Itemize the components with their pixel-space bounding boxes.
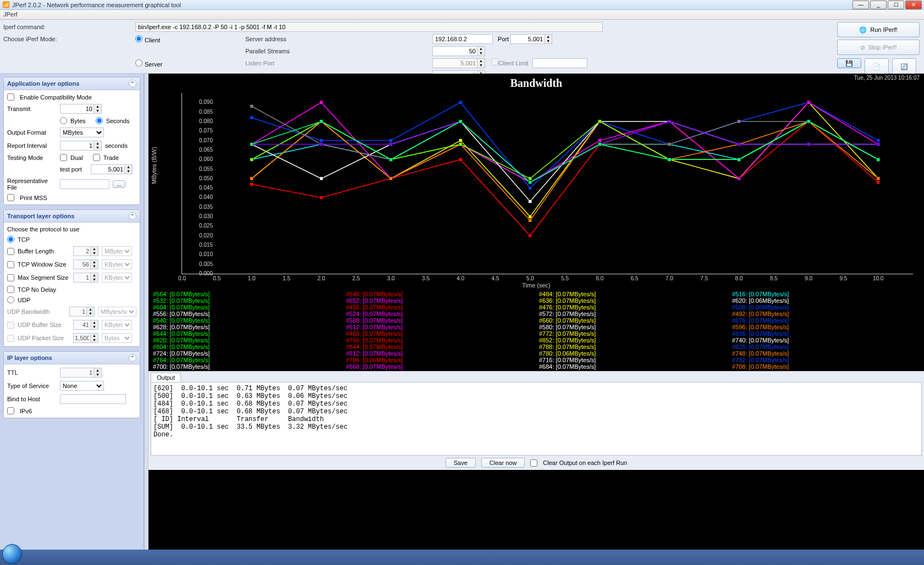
svg-rect-41 (320, 101, 323, 104)
udp-packet-field (74, 334, 90, 342)
minimize-button[interactable]: ― (853, 1, 869, 9)
clear-output-button[interactable]: Clear now (481, 458, 525, 468)
refresh-button[interactable]: 🔄 (892, 58, 916, 75)
maximize-button[interactable]: ☐ (888, 1, 904, 9)
compat-mode-label: Enable Compatibility Mode (20, 94, 92, 101)
x-tick: 9.0 (805, 275, 812, 281)
config-form: Iperf command: Choose iPerf Mode: Client… (0, 20, 924, 74)
taskbar (0, 550, 924, 565)
output-textarea[interactable]: [620] 0.0-10.1 sec 0.71 MBytes 0.07 MByt… (151, 382, 922, 456)
legend-item: #492: [0.07MBytes/s] (732, 311, 920, 317)
menu-jperf[interactable]: JPerf (3, 11, 18, 18)
run-iperf-button[interactable]: 🌐Run IPerf! (837, 22, 920, 37)
svg-rect-34 (529, 215, 532, 218)
choose-protocol-label: Choose the protocol to use (7, 226, 136, 232)
clear-on-run-check[interactable] (530, 459, 537, 467)
tos-select[interactable]: None (60, 381, 104, 391)
legend-item: #724: [0.07MBytes/s] (153, 350, 340, 357)
legend-item: #684: [0.07MBytes/s] (539, 363, 727, 370)
port-spinner[interactable]: ▲▼ (510, 34, 552, 44)
save-config-button[interactable]: 💾 (837, 58, 861, 68)
server-address-field[interactable] (432, 34, 493, 44)
transmit-field[interactable] (61, 104, 94, 113)
transmit-seconds-radio[interactable] (96, 117, 103, 124)
splitter-handle[interactable] (144, 74, 148, 550)
minimize2-button[interactable]: _ (870, 1, 887, 9)
trade-check[interactable] (93, 154, 100, 161)
folder-icon: 📄 (873, 63, 881, 70)
mode-server-radio[interactable] (135, 59, 142, 67)
collapse-icon[interactable]: ⌃ (129, 354, 136, 362)
ipv6-check[interactable] (7, 407, 14, 414)
legend-item: #740: [0.07MBytes/s] (732, 337, 920, 344)
max-segment-check[interactable] (7, 274, 14, 281)
compat-mode-check[interactable] (7, 93, 14, 101)
mode-server-label: Server (145, 61, 162, 68)
dual-check[interactable] (60, 154, 67, 161)
listen-port-label: Listen Port (245, 60, 306, 67)
y-tick: 0.020 (192, 232, 213, 239)
transmit-bytes-radio[interactable] (60, 117, 67, 124)
svg-rect-102 (389, 143, 393, 146)
testing-mode-label: Testing Mode (7, 154, 57, 161)
mode-client-radio[interactable] (135, 35, 142, 42)
tcp-nodelay-check[interactable] (7, 286, 14, 293)
svg-rect-90 (250, 158, 254, 161)
options-sidebar: Application layer options⌃ Enable Compat… (0, 74, 144, 550)
rep-file-browse-button[interactable]: ... (113, 180, 125, 188)
collapse-icon[interactable]: ⌃ (129, 212, 136, 220)
output-format-select[interactable]: MBytes (60, 128, 104, 137)
svg-rect-119 (877, 158, 880, 161)
udp-radio[interactable] (7, 296, 14, 303)
client-limit-field (532, 58, 587, 68)
test-port-field[interactable] (91, 165, 124, 174)
x-tick: 8.5 (770, 275, 778, 281)
tcp-radio[interactable] (7, 236, 14, 243)
client-limit-label: Client Limit (498, 60, 528, 67)
parallel-streams-spinner[interactable]: ▲▼ (432, 46, 485, 56)
y-tick: 0.090 (192, 99, 213, 105)
svg-rect-64 (529, 219, 532, 222)
legend-item: #804: [0.07MBytes/s] (153, 344, 340, 350)
close-button[interactable]: ✕ (905, 1, 922, 9)
print-mss-check[interactable] (7, 194, 14, 201)
chart-plot: 0.0000.0050.0100.0150.0200.0250.0300.035… (182, 93, 913, 274)
svg-rect-108 (807, 143, 810, 146)
buffer-length-check[interactable] (7, 248, 14, 255)
legend-item: #628: [0.07MBytes/s] (153, 324, 340, 330)
start-button[interactable] (2, 544, 22, 564)
legend-item: #532: [0.07MBytes/s] (153, 297, 340, 304)
bind-host-field[interactable] (60, 394, 126, 404)
svg-rect-106 (668, 120, 671, 123)
rep-file-field[interactable] (60, 179, 109, 189)
x-tick: 3.0 (387, 275, 395, 281)
legend-item: #652: [0.07MBytes/s] (346, 297, 534, 304)
open-config-button[interactable]: 📄 (865, 58, 889, 75)
x-tick: 10.0 (873, 275, 883, 281)
legend-item: #844: [0.07MBytes/s] (346, 344, 534, 350)
listen-port-spinner: ▲▼ (432, 58, 485, 68)
legend-item: #852: [0.07MBytes/s] (539, 337, 727, 344)
output-tab[interactable]: Output (151, 373, 181, 382)
tcp-window-check[interactable] (7, 261, 14, 268)
mode-label: Choose iPerf Mode: (3, 36, 135, 42)
legend-item: #612: [0.07MBytes/s] (346, 324, 534, 330)
output-format-label: Output Format (7, 129, 57, 136)
save-output-button[interactable]: Save (446, 458, 476, 468)
collapse-icon[interactable]: ⌃ (129, 80, 136, 87)
chart-ylabel: MBytes (B/W) (151, 147, 157, 184)
x-tick: 0.0 (178, 275, 186, 281)
svg-rect-71 (320, 177, 323, 180)
x-tick: 9.5 (839, 275, 847, 281)
svg-rect-114 (529, 181, 532, 184)
report-interval-field[interactable] (61, 141, 94, 150)
x-tick: 6.5 (631, 275, 639, 281)
svg-rect-109 (877, 143, 880, 146)
svg-rect-48 (807, 101, 810, 104)
udp-bandwidth-label: UDP Bandwidth (7, 308, 66, 315)
legend-item: #556: [0.07MBytes/s] (153, 311, 340, 317)
clear-on-run-label: Clear Output on each Iperf Run (543, 459, 627, 466)
svg-rect-9 (877, 181, 880, 184)
stop-icon: ⊘ (860, 44, 865, 51)
server-address-label: Server address (245, 36, 306, 42)
